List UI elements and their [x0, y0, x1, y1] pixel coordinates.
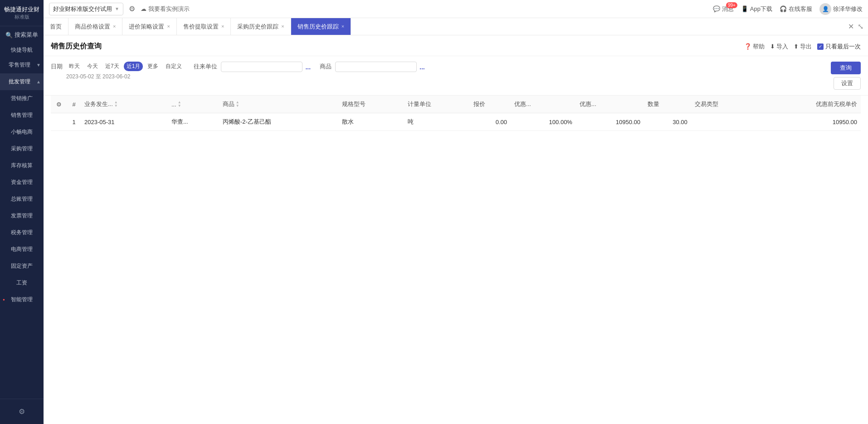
- close-icon[interactable]: ×: [281, 24, 284, 29]
- page-header: 销售历史价查询 ❓ 帮助 ⬇ 导入 ⬆ 导出 ✓ 只看最后一次: [44, 35, 868, 56]
- row-transaction-type: [691, 113, 757, 131]
- date-filter-options: 昨天 今天 近7天 近1月 更多 自定义 2023-05-02 至 2023-0…: [66, 62, 185, 81]
- sidebar-item-ecommerce[interactable]: 电商管理: [0, 241, 44, 258]
- tab-strategy[interactable]: 进价策略设置 ×: [122, 18, 176, 35]
- sidebar-quick-nav[interactable]: 快捷导航: [0, 43, 44, 57]
- page-title: 销售历史价查询: [51, 42, 102, 51]
- only-last-toggle[interactable]: ✓ 只看最后一次: [817, 43, 861, 51]
- row-num: 1: [67, 113, 81, 131]
- sort-arrows-icon: ▲▼: [114, 101, 118, 108]
- tabbar: 首页 商品价格设置 × 进价策略设置 × 售价提取设置 × 采购历史价跟踪 × …: [44, 18, 868, 35]
- date-btn-1month[interactable]: 近1月: [124, 62, 143, 71]
- table-col-business-date[interactable]: 业务发生... ▲▼: [81, 96, 168, 113]
- sidebar-item-wholesale[interactable]: 批发管理 ▲: [0, 73, 44, 90]
- expand-icon[interactable]: ⤡: [858, 22, 863, 31]
- sidebar-item-finance[interactable]: 资金管理: [0, 174, 44, 191]
- table-col-unit: 计量单位: [404, 96, 470, 113]
- sidebar-item-general-ledger[interactable]: 总账管理: [0, 191, 44, 207]
- close-icon[interactable]: ×: [113, 24, 116, 29]
- date-range-display: 2023-05-02 至 2023-06-02: [66, 73, 185, 81]
- sidebar-item-sales[interactable]: 销售管理: [0, 107, 44, 124]
- close-icon[interactable]: ×: [341, 24, 344, 29]
- tab-sales-history[interactable]: 销售历史价跟踪 ×: [291, 18, 351, 35]
- gear-icon: ⚙: [56, 101, 62, 108]
- version-selector[interactable]: 好业财标准版交付试用 ▼: [49, 3, 123, 15]
- col-price-label: 报价: [473, 101, 485, 107]
- query-button[interactable]: 查询: [831, 62, 861, 74]
- sidebar-item-inventory[interactable]: 库存核算: [0, 157, 44, 174]
- help-link[interactable]: ❓ 帮助: [744, 43, 765, 51]
- page-actions: ❓ 帮助 ⬇ 导入 ⬆ 导出 ✓ 只看最后一次: [744, 43, 861, 51]
- filter-actions: 查询 设置: [831, 62, 861, 90]
- settings-button[interactable]: 设置: [834, 77, 861, 90]
- date-btn-more[interactable]: 更多: [145, 62, 161, 71]
- topbar: 好业财标准版交付试用 ▼ ⚙ ☁ 我要看实例演示 💬 消息 99+ 📱 App下…: [44, 0, 868, 18]
- sidebar-item-marketing[interactable]: 营销推广: [0, 90, 44, 107]
- row-price: 0.00: [470, 113, 511, 131]
- sidebar-item-ecommerce-small[interactable]: 小畅电商: [0, 124, 44, 140]
- tab-price-label: 商品价格设置: [75, 23, 110, 31]
- gear-icon[interactable]: ⚙: [0, 404, 44, 419]
- app-download-button[interactable]: 📱 App下载: [741, 5, 772, 13]
- table-col-gear[interactable]: ⚙: [51, 96, 67, 113]
- date-btn-yesterday[interactable]: 昨天: [66, 62, 83, 71]
- sidebar-item-fixed-assets[interactable]: 固定资产: [0, 258, 44, 275]
- online-service-button[interactable]: 🎧 在线客服: [780, 5, 812, 13]
- row-spec: 散水: [338, 113, 404, 131]
- tabbar-actions: ✕ ⤡: [844, 22, 868, 31]
- table-col-product[interactable]: 商品 ▲▼: [219, 96, 338, 113]
- date-btn-custom[interactable]: 自定义: [163, 62, 185, 71]
- close-icon[interactable]: ×: [221, 24, 224, 29]
- tab-purchase-history[interactable]: 采购历史价跟踪 ×: [231, 18, 291, 35]
- date-btn-today[interactable]: 今天: [84, 62, 101, 71]
- app-label: App下载: [750, 5, 772, 13]
- table-row: 1 2023-05-31 华查... 丙烯酸-2-乙基己酯 散水 吨 0.00 …: [51, 113, 861, 131]
- import-link[interactable]: ⬇ 导入: [770, 43, 788, 51]
- sidebar-item-retail[interactable]: 零售管理 ▼: [0, 57, 44, 73]
- row-discount2: 10950.00: [576, 113, 644, 131]
- sidebar-logo-sub: 标准版: [15, 14, 29, 20]
- only-last-label: 只看最后一次: [825, 43, 861, 51]
- product-filter-group: 商品 ...: [320, 62, 425, 72]
- export-link[interactable]: ⬆ 导出: [794, 43, 812, 51]
- table-col-more[interactable]: ... ▲▼: [168, 96, 219, 113]
- sidebar-logo: 畅捷通好业财 标准版: [0, 0, 44, 26]
- topbar-settings-icon[interactable]: ⚙: [129, 5, 135, 13]
- main-area: 好业财标准版交付试用 ▼ ⚙ ☁ 我要看实例演示 💬 消息 99+ 📱 App下…: [44, 0, 868, 424]
- tab-sale-extract[interactable]: 售价提取设置 ×: [177, 18, 231, 35]
- sidebar-search-menu[interactable]: 🔍 搜索菜单: [0, 26, 44, 43]
- tab-sales-history-label: 销售历史价跟踪: [297, 23, 339, 31]
- close-window-icon[interactable]: ✕: [848, 22, 854, 31]
- help-label: 帮助: [753, 43, 765, 51]
- sidebar-item-invoice[interactable]: 发票管理: [0, 207, 44, 224]
- col-more-label: ...: [171, 101, 176, 108]
- date-btn-7days[interactable]: 近7天: [102, 62, 122, 71]
- cloud-icon: ☁: [141, 5, 146, 12]
- headset-icon: 🎧: [780, 5, 787, 12]
- supplier-filter-label: 往来单位: [194, 62, 217, 71]
- close-icon[interactable]: ×: [167, 24, 170, 29]
- sidebar-item-purchase[interactable]: 采购管理: [0, 140, 44, 157]
- service-label: 在线客服: [789, 5, 812, 13]
- product-input[interactable]: [335, 62, 417, 72]
- supplier-lookup-icon[interactable]: ...: [305, 63, 311, 71]
- user-menu[interactable]: 👤 徐泽华修改: [819, 3, 863, 15]
- message-button[interactable]: 💬 消息 99+: [713, 5, 734, 13]
- tab-price[interactable]: 商品价格设置 ×: [68, 18, 122, 35]
- product-lookup-icon[interactable]: ...: [419, 63, 425, 71]
- message-badge: 99+: [726, 2, 737, 8]
- supplier-input[interactable]: [221, 62, 302, 72]
- col-spec-label: 规格型号: [342, 101, 366, 107]
- table-col-discount1: 优惠...: [511, 96, 576, 113]
- col-product-label: 商品: [223, 100, 234, 108]
- tab-sale-extract-label: 售价提取设置: [183, 23, 219, 31]
- sidebar-item-smart[interactable]: 智能管理: [0, 291, 44, 308]
- table-header-row: ⚙ # 业务发生... ▲▼ ... ▲▼: [51, 96, 861, 113]
- col-pretax-price-label: 优惠前无税单价: [816, 101, 857, 107]
- demo-link[interactable]: ☁ 我要看实例演示: [141, 5, 190, 13]
- export-icon: ⬆: [794, 43, 799, 50]
- sidebar-item-payroll[interactable]: 工资: [0, 275, 44, 291]
- tab-home[interactable]: 首页: [44, 18, 68, 35]
- sidebar-item-tax[interactable]: 税务管理: [0, 224, 44, 241]
- avatar: 👤: [819, 3, 831, 15]
